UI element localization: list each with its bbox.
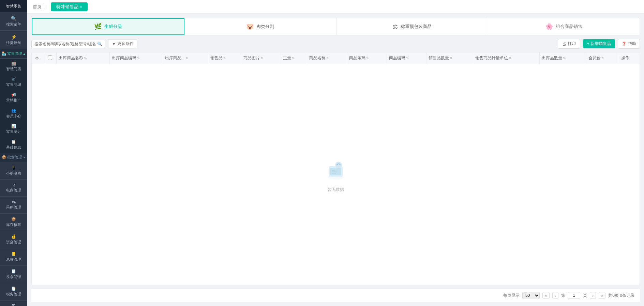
search-icon[interactable]: 🔍 [97,42,102,46]
col-img-label: 商品图片 [243,55,260,61]
col-sale-item-label: 销售品 [210,55,223,61]
weigh-icon: ⚖ [392,23,398,30]
active-tab[interactable]: 特殊销售品 × [51,2,87,11]
cat-tab-label: 肉类分割 [256,24,274,30]
next-page-btn[interactable]: › [590,292,596,299]
sidebar-item-basic-info[interactable]: 📋 基础信息 [0,137,27,153]
sidebar-item-search-menu[interactable]: 🔍 搜索菜单 [0,12,27,31]
sidebar-item-tax[interactable]: 📑 税务管理 [0,283,27,301]
sidebar-item-sales-promo[interactable]: 📢 营销推广 [0,90,27,106]
sidebar-item-label: 会员中心 [6,113,21,119]
select-all-checkbox[interactable] [48,56,52,60]
sidebar-item-mini-ecom[interactable]: 📱 小畅电商 [0,162,27,180]
svg-rect-6 [332,170,335,170]
print-label: 打印 [568,41,576,47]
sort-icon13: ⇅ [601,56,604,60]
toolbar: 🔍 ▼ 更多条件 🖨 打印 + 新增销售品 ❓ 帮助 [31,39,640,49]
sidebar-item-quick-nav[interactable]: ⚡ 快捷导航 [0,31,27,49]
sidebar-item-fixed-assets[interactable]: 🏗 固定资产 [0,301,27,306]
filter-label: 更多条件 [117,41,134,47]
last-page-btn[interactable]: » [599,292,606,299]
per-page-label: 每页显示 [503,293,520,299]
page-input[interactable] [568,292,580,299]
col-op-label: 操作 [621,56,629,60]
col-member-price-label: 会员价 [588,55,601,61]
sidebar-item-inventory[interactable]: 📦 库存核算 [0,214,27,231]
col-img[interactable]: 商品图片 ⇅ [241,52,281,64]
col-out-name-label: 出库商品名称 [59,55,83,61]
breadcrumb-separator: | [46,4,47,9]
quick-nav-icon: ⚡ [11,34,17,40]
filter-btn[interactable]: ▼ 更多条件 [108,39,137,48]
empty-state-text: 暂无数据 [328,187,344,193]
sidebar-item-finance[interactable]: 💰 资金管理 [0,231,27,248]
col-sale-item[interactable]: 销售品 ⇅ [208,52,241,64]
col-sale-qty[interactable]: 销售品数量 ⇅ [426,52,473,64]
search-box: 🔍 [31,40,105,48]
col-out-qty[interactable]: 出库品数量 ⇅ [540,52,586,64]
col-member-price[interactable]: 会员价 ⇅ [586,52,619,64]
tab-close-btn[interactable]: × [80,5,82,9]
col-out-qty-label: 出库品数量 [542,55,562,61]
col-out-name[interactable]: 出库商品名称 ⇅ [56,52,109,64]
page-body: 🌿 生鲜分级 🐷 肉类分割 ⚖ 称重预包装商品 🌸 组合商品销售 🔍 [27,14,644,306]
cat-tab-meat-cut[interactable]: 🐷 肉类分割 [184,18,336,35]
help-label: 帮助 [628,41,636,47]
col-check[interactable] [44,52,56,64]
sidebar-item-invoice[interactable]: 🧾 发票管理 [0,266,27,283]
cat-tab-fresh-grade[interactable]: 🌿 生鲜分级 [32,18,184,35]
col-out-code-label: 出库商品编码 [112,55,136,61]
app-logo: 智慧零售 [0,0,27,12]
sidebar-item-retail-mgmt[interactable]: 🏪 零售管理 ▲ [0,49,27,59]
col-goods-code[interactable]: 商品编码 ⇅ [387,52,426,64]
sales-promo-icon: 📢 [11,93,16,97]
breadcrumb[interactable]: 首页 [33,4,42,10]
prev-page-btn[interactable]: ‹ [552,292,558,299]
col-sale-unit[interactable]: 销售商品计量单位 ⇅ [473,52,539,64]
print-btn[interactable]: 🖨 打印 [558,39,580,49]
col-out-spec-label: 出库商品... [165,55,185,61]
cat-tab-label: 生鲜分级 [104,24,122,30]
svg-rect-8 [332,173,336,174]
col-goods-code-label: 商品编码 [389,55,405,61]
col-goods-name[interactable]: 商品名称 ⇅ [307,52,347,64]
sidebar-item-label: 资金管理 [6,240,21,245]
col-out-spec[interactable]: 出库商品... ⇅ [163,52,208,64]
sidebar-item-smart-store[interactable]: 🏬 智慧门店 [0,59,27,74]
total-text: 共0页 0条记录 [608,293,634,299]
finance-icon: 💰 [11,234,16,239]
help-btn[interactable]: ❓ 帮助 [618,39,640,49]
per-page-select[interactable]: 50 100 200 [522,292,540,299]
sidebar-item-retail-mall[interactable]: 🛒 零售商城 [0,74,27,90]
sidebar-item-label: 电商管理 [6,188,21,193]
sort-icon11: ⇅ [509,56,511,60]
sidebar-item-member-center[interactable]: 👥 会员中心 [0,106,27,121]
col-sale-qty-label: 销售品数量 [429,55,449,61]
search-input[interactable] [34,42,96,46]
ecom-mgmt-icon: 🖥 [12,183,16,187]
empty-state-illustration [322,157,349,184]
col-goods-name-label: 商品名称 [309,55,326,61]
cat-tab-weigh-prepack[interactable]: ⚖ 称重预包装商品 [336,18,488,35]
sidebar-item-retail-stats[interactable]: 📊 零售统计 [0,121,27,137]
col-barcode[interactable]: 商品条码 ⇅ [347,52,387,64]
chevron-down-icon: ▲ [23,52,26,56]
col-main[interactable]: 主量 ⇅ [281,52,307,64]
sidebar-item-ecom-mgmt[interactable]: 🖥 电商管理 [0,180,27,197]
add-btn[interactable]: + 新增销售品 [583,39,615,48]
col-sale-unit-label: 销售商品计量单位 [475,55,508,61]
sidebar-item-ledger[interactable]: 📒 总账管理 [0,248,27,266]
add-label: + 新增销售品 [587,41,611,47]
sidebar-item-wholesale-mgmt[interactable]: 📦 批发管理 ▼ [0,153,27,162]
sidebar-item-label: 基础信息 [6,145,21,150]
cat-tab-combo-sales[interactable]: 🌸 组合商品销售 [488,18,640,35]
svg-rect-7 [332,171,337,172]
col-gear[interactable]: ⚙ [32,52,44,64]
fixed-assets-icon: 🏗 [12,304,16,306]
ledger-icon: 📒 [11,252,16,256]
col-out-code[interactable]: 出库商品编码 ⇅ [109,52,163,64]
sort-icon9: ⇅ [406,56,409,60]
mini-ecom-icon: 📱 [11,166,16,170]
first-page-btn[interactable]: « [542,292,550,299]
sidebar-item-purchase-mgmt[interactable]: 🛍 采购管理 [0,197,27,214]
